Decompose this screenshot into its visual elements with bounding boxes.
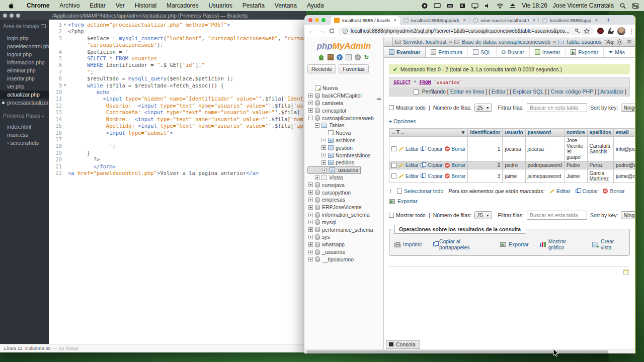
code-text[interactable]: Nombre: <input type="text" name="usuario… <box>68 116 306 123</box>
minimize-window-button[interactable] <box>315 18 319 22</box>
select-all-checkbox[interactable] <box>397 189 402 194</box>
breadcrumb-database[interactable]: Base de datos: cursoaplicacionesweb <box>462 39 550 45</box>
column-header-apellidos[interactable]: apellidos <box>587 129 613 137</box>
code-text[interactable]: </form> <box>68 163 306 170</box>
record-status-icon[interactable] <box>421 3 428 9</box>
workspace-switch-icon[interactable] <box>41 24 46 28</box>
sidebar-file-logout-php[interactable]: logout.php <box>0 50 49 58</box>
breadcrumb-table[interactable]: Tabla: usuarios <box>566 39 602 45</box>
tree-expander-icon[interactable]: + <box>308 198 313 202</box>
eject-icon[interactable] <box>509 3 516 9</box>
tab-close-icon[interactable]: × <box>594 18 598 23</box>
tree-item-Vistas[interactable]: +Vistas <box>307 174 383 182</box>
sort-by-key-select[interactable]: Ninguna▼ <box>621 211 635 219</box>
filter-rows-input[interactable] <box>527 103 587 112</box>
pma-tab-examinar[interactable]: Examinar <box>384 47 426 57</box>
inline-edit-note-icon[interactable] <box>623 269 629 275</box>
menubar-item-pestaña[interactable]: Pestaña <box>237 2 270 9</box>
tree-item-archivos[interactable]: +archivos <box>307 137 383 144</box>
tree-item-Tablas[interactable]: −Tablas <box>307 122 383 129</box>
display-icon[interactable] <box>434 3 441 9</box>
profiling-link-editar[interactable]: Editar <box>492 88 505 95</box>
row-action-editar[interactable]: Editar <box>406 173 419 179</box>
tree-item-crmcapitol[interactable]: +crmcapitol <box>307 107 383 114</box>
code-text[interactable]: } <box>68 150 306 156</box>
row-action-copiar[interactable]: Copiar <box>428 173 442 179</box>
tab-close-icon[interactable]: × <box>392 18 396 23</box>
tree-item-ERPJoseVicente[interactable]: +ERPJoseVicente <box>307 204 383 211</box>
code-text[interactable]: <?php <box>68 28 306 35</box>
menubar-item-usuarios[interactable]: Usuarios <box>203 2 237 9</box>
tree-expander-icon[interactable]: + <box>308 213 313 217</box>
profile-avatar[interactable] <box>617 27 625 35</box>
row-action-editar[interactable]: Editar <box>406 162 419 168</box>
sidebar-file-ver-php[interactable]: ver.php <box>0 82 49 90</box>
tab-close-icon[interactable]: × <box>462 18 466 23</box>
home-icon[interactable] <box>318 54 325 60</box>
tree-expander-icon[interactable]: + <box>308 101 313 105</box>
settings-gear-icon[interactable] <box>355 54 361 60</box>
sidebar-file-screenshots[interactable]: › screenshots <box>0 139 49 147</box>
tree-expander-icon[interactable]: + <box>315 175 319 180</box>
spotlight-search-icon[interactable] <box>619 3 626 9</box>
browser-tab-1[interactable]: localhost:8888/app/admi× <box>400 16 469 25</box>
tree-item-NombresNinos[interactable]: +NombresNinos <box>307 151 383 159</box>
menubar-user-name[interactable]: Jose Vicente Carratala <box>553 2 614 9</box>
row-action-copiar[interactable]: Copiar <box>428 162 442 168</box>
code-text[interactable] <box>68 136 306 143</box>
profiling-link-explicar-sql[interactable]: Explicar SQL <box>513 88 543 95</box>
tree-item-camiseta[interactable]: +camiseta <box>307 100 383 107</box>
code-text[interactable]: <input type="hidden" name="Identificador… <box>68 96 306 102</box>
menubar-clock[interactable]: Vie 18:26 <box>522 2 547 9</box>
filter-rows-input[interactable] <box>527 211 587 220</box>
page-info-icon[interactable]: i <box>343 29 348 34</box>
tree-expander-icon[interactable]: + <box>321 160 326 165</box>
code-editor[interactable]: 1▼<form action="procesaactualizar.php" m… <box>49 20 306 344</box>
sidebar-file-informacion-php[interactable]: informacion.php <box>0 58 49 66</box>
window-traffic-lights[interactable] <box>308 15 326 25</box>
breadcrumb-back-button[interactable]: ← <box>384 37 393 46</box>
sidebar-file-paneldecontrol-ph[interactable]: paneldecontrol.ph <box>0 42 49 50</box>
op-mostrar-gr-fico[interactable]: Mostrar gráfico <box>540 238 581 250</box>
help-icon[interactable]: ? <box>337 54 343 60</box>
tree-item-sys[interactable]: +sys <box>307 233 383 241</box>
tree-item-whatsapp[interactable]: +whatsapp <box>307 241 383 248</box>
tree-expander-icon[interactable]: + <box>308 205 313 210</box>
menubar-item-chrome[interactable]: Chrome <box>22 2 54 9</box>
code-text[interactable]: WHERE Identificador = ".$_GET['id']." <box>68 62 306 68</box>
sidebar-file-insertar-php[interactable]: insertar.php <box>0 74 49 82</box>
show-all-checkbox[interactable] <box>389 105 394 110</box>
row-action-borrar[interactable]: Borrar <box>452 162 466 168</box>
tree-expander-icon[interactable]: + <box>308 250 313 254</box>
code-text[interactable]: <form action="procesaactualizar.php" met… <box>68 22 306 28</box>
tree-item-backCRMCapitol[interactable]: +backCRMCapitol <box>307 92 383 100</box>
tree-expander-icon[interactable]: + <box>321 153 326 157</box>
bookmark-star-icon[interactable] <box>584 28 590 34</box>
tree-item-Nueva[interactable]: Nueva <box>307 129 383 137</box>
rows-count-select[interactable]: 25▼ <box>474 104 492 112</box>
tree-expander-icon[interactable]: + <box>308 242 313 247</box>
tab-close-icon[interactable]: × <box>531 18 535 23</box>
fold-marker-icon[interactable]: ▼ <box>62 22 68 28</box>
code-text[interactable]: Usuario: <input type="text" name="usuari… <box>68 103 306 109</box>
tree-item-_usuarios[interactable]: +_usuarios <box>307 248 383 256</box>
console-toggle[interactable]: Consola <box>386 340 420 349</box>
fold-marker-icon[interactable]: ▼ <box>62 82 68 89</box>
profiling-link-editar-en-l-nea[interactable]: Editar en línea <box>450 88 485 95</box>
pma-tab-estructura[interactable]: Estructura <box>426 47 468 57</box>
menubar-item-historial[interactable]: Historial <box>130 2 162 9</box>
close-window-button[interactable] <box>308 18 312 22</box>
code-text[interactable]: "; <box>68 69 306 75</box>
boom-app-icon[interactable]: B <box>459 3 466 9</box>
extension-icon[interactable] <box>597 28 604 34</box>
logout-icon[interactable] <box>328 54 334 60</box>
tree-expander-icon[interactable]: − <box>315 123 319 128</box>
screen-mirroring-icon[interactable] <box>471 3 478 9</box>
row-action-borrar[interactable]: Borrar <box>452 146 466 152</box>
menubar-item-marcadores[interactable]: Marcadores <box>162 2 203 9</box>
panel-resize-handle[interactable]: ●● <box>376 97 381 102</box>
control-center-icon[interactable] <box>632 3 639 9</box>
op-imprimir[interactable]: Imprimir <box>394 241 422 247</box>
documentation-icon[interactable] <box>346 54 352 60</box>
tree-expander-icon[interactable]: + <box>322 168 327 172</box>
